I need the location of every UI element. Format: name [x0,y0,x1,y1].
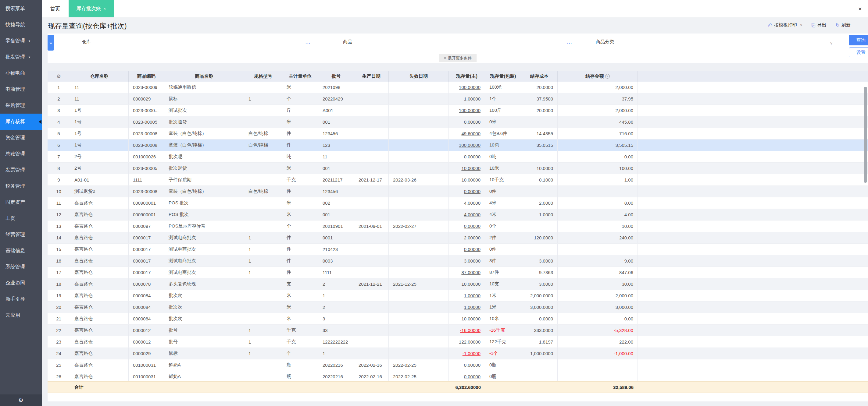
column-header[interactable]: 商品名称 [164,71,244,81]
qty-main-link[interactable]: 1.00000 [464,96,480,101]
table-row[interactable]: 1110023-00009软碟通用微信米2021098100.00000100米… [48,81,868,93]
tab-close-icon[interactable]: × [104,6,106,11]
sidebar-item[interactable]: 快捷导航 [0,17,42,33]
table-row[interactable]: 82号0023-00005批次退货米00110.0000010米10.00001… [48,163,868,174]
sidebar-item[interactable]: 工资 [0,210,42,227]
qty-main-link[interactable]: 0.00000 [464,189,480,194]
qty-main-link[interactable]: 4.00000 [464,212,480,217]
qty-main-link[interactable]: 2.00000 [464,235,480,240]
qty-main-link[interactable]: 0.00000 [464,247,480,252]
tab-home[interactable]: 首页 [50,0,60,18]
column-header[interactable]: 生产日期 [354,71,389,81]
export-button[interactable]: ⎘ 导出 [812,22,827,28]
column-header[interactable]: 规格型号 [244,71,282,81]
product-picker-icon[interactable]: ··· [567,41,572,46]
qty-main-link[interactable]: 100.00000 [459,142,480,148]
qty-main-link[interactable]: 10.00000 [461,177,480,182]
tab-inventory-batch[interactable]: 库存批次账 × [69,0,114,18]
table-row[interactable]: 10测试退货20023-00008童装（白色/纯棉）白色/纯棉件1234560.… [48,186,868,197]
table-row[interactable]: 9A01-011111子件保质期千克202112172021-12-172022… [48,174,868,186]
table-row[interactable]: 26嘉言路仓001000031鲜奶A瓶202202162022-02-16202… [48,371,868,381]
sidebar-item[interactable]: 资金管理 [0,130,42,146]
column-header[interactable]: 现存量(包装) [485,71,521,81]
table-row[interactable]: 21嘉言路仓0000084批次次米310.0000010米0.00000.00 [48,313,868,325]
sidebar-item[interactable]: 基础信息 [0,243,42,259]
table-row[interactable]: 41号0023-00005批次退货米0010.000000米445.86 [48,116,868,128]
table-row[interactable]: 24嘉言路仓0000029鼠标1个1-1.00000-1个1,000.0000-… [48,348,868,360]
qty-main-link[interactable]: 0.00000 [464,363,480,368]
sidebar-item[interactable]: 经营管理 [0,227,42,243]
table-row[interactable]: 72号001000026批次呢吨110.000000吨0.00 [48,151,868,163]
sidebar-item[interactable]: 云应用 [0,307,42,324]
table-row[interactable]: 15嘉言路仓0000017测试电商批次1件2104230.000000件 [48,244,868,255]
sidebar-item-active[interactable]: 库存核算 [0,113,42,130]
qty-main-link[interactable]: -1.00000 [463,351,480,356]
column-header[interactable]: 失效日期 [389,71,449,81]
table-row[interactable]: 14嘉言路仓0000017测试电商批次1件00012.000002件120.00… [48,232,868,244]
qty-main-link[interactable]: 49.60000 [461,131,480,136]
qty-main-link[interactable]: 1.00000 [464,293,480,298]
window-close-button[interactable]: × [852,0,868,18]
table-row[interactable]: 2110000029鼠标1个202204291.000001个37.950037… [48,93,868,105]
warehouse-input[interactable] [95,48,316,48]
query-button[interactable]: 查询 [849,35,868,45]
column-header[interactable]: 批号 [318,71,354,81]
qty-main-link[interactable]: 0.00000 [464,154,480,159]
table-row[interactable]: 17嘉言路仓0000017测试电商批次1件111187.0000087件9.73… [48,267,868,278]
sidebar-item[interactable]: 搜索菜单 [0,1,42,17]
table-row[interactable]: 12嘉言路仓000900001POS 批次米0014.000004米1.0000… [48,209,868,221]
sidebar-item[interactable]: 零售管理▼ [0,33,42,49]
qty-main-link[interactable]: 100.00000 [459,108,480,113]
sidebar-item[interactable]: 企业协同 [0,275,42,291]
refresh-button[interactable]: ↻ 刷新 [836,22,850,28]
sidebar-item[interactable]: 小畅电商 [0,65,42,81]
table-row[interactable]: 23嘉言路仓0000012批号1千克1222222222122.00000122… [48,336,868,348]
column-header[interactable]: 现存量(主) [449,71,485,81]
table-row[interactable]: 51号0023-00008童装（白色/纯棉）白色/纯棉件12345649.600… [48,128,868,139]
sidebar-item[interactable]: 固定资产 [0,194,42,210]
column-settings-gear-icon[interactable]: ⚙ [56,73,61,79]
help-icon[interactable]: ? [605,74,610,78]
qty-main-link[interactable]: 100.00000 [459,85,480,90]
settings-button[interactable]: 设置 [849,47,868,57]
table-row[interactable]: 16嘉言路仓0000017测试电商批次1件00033.000003件3.0000… [48,255,868,267]
table-row[interactable]: 19嘉言路仓0000084批次次米11.000001米2,000.00002,0… [48,290,868,302]
sidebar-item[interactable]: 总账管理 [0,146,42,162]
qty-main-link[interactable]: 10.00000 [461,166,480,171]
filter-expander-button[interactable]: » [48,35,54,50]
column-header[interactable]: 商品编码 [129,71,164,81]
column-header[interactable]: 结存成本 [521,71,558,81]
qty-main-link[interactable]: 0.00000 [464,224,480,229]
sidebar-item[interactable]: 批发管理▼ [0,49,42,65]
print-by-template-button[interactable]: ⎙ 按模板打印 ∨ [768,22,802,28]
sidebar-item[interactable]: 新手引导 [0,291,42,307]
qty-main-link[interactable]: 3.00000 [464,258,480,264]
table-row[interactable]: 18嘉言路仓0000078多头复色玫瑰支22021-12-212021-12-2… [48,278,868,290]
qty-main-link[interactable]: 10.00000 [461,316,480,321]
product-input[interactable] [356,48,578,48]
qty-main-link[interactable]: -16.00000 [460,328,480,333]
qty-main-link[interactable]: 0.00000 [464,120,480,125]
column-header[interactable]: 主计量单位 [282,71,318,81]
category-chevron-down-icon[interactable]: ∨ [830,41,833,45]
qty-main-link[interactable]: 87.00000 [461,270,480,275]
chevron-down-icon[interactable]: ∨ [800,23,802,27]
table-row[interactable]: 25嘉言路仓001000031鲜奶A瓶202202162022-02-16202… [48,360,868,371]
vertical-scrollbar[interactable] [864,87,867,183]
sidebar-item[interactable]: 采购管理 [0,98,42,113]
table-row[interactable]: 11嘉言路仓000900001POS 批次米0024.000004米2.0000… [48,197,868,209]
column-header[interactable]: 结存金额? [558,71,638,81]
table-row[interactable]: 61号0023-00008童装（白色/纯棉）白色/纯棉件123100.00000… [48,139,868,151]
sidebar-item[interactable]: 电商管理 [0,81,42,98]
qty-main-link[interactable]: 1.00000 [464,305,480,310]
table-row[interactable]: 22嘉言路仓0000012批号1千克33-16.00000-16千克333.00… [48,325,868,336]
warehouse-picker-icon[interactable]: ··· [306,41,311,46]
qty-main-link[interactable]: 122.00000 [459,339,480,344]
column-header[interactable]: 仓库名称 [70,71,129,81]
qty-main-link[interactable]: 10.00000 [461,281,480,286]
category-select[interactable] [618,48,838,48]
sidebar-item[interactable]: 发票管理 [0,162,42,178]
table-row[interactable]: 31号0023-0000...测试批次斤A001100.00000100斤20.… [48,105,868,116]
table-row[interactable]: 13嘉言路仓0000097POS显示库存异常个202109012021-09-0… [48,221,868,232]
sidebar-item[interactable]: 税务管理 [0,178,42,194]
